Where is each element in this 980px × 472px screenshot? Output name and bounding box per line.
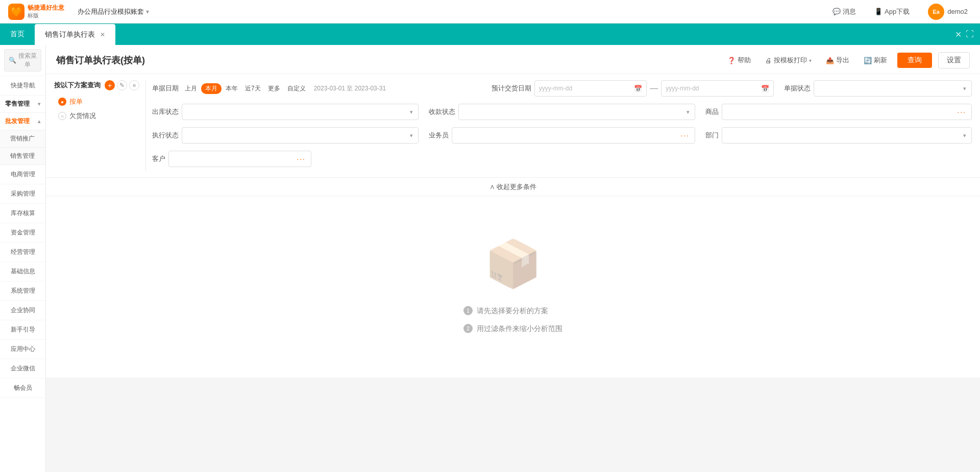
content-area: 销售订单执行表(按单) ❓ 帮助 🖨 按模板打印 ▾ 📤 导出	[46, 45, 980, 472]
filter-exec-item: 执行状态 ▾	[152, 127, 419, 144]
goods-dots-icon: ···	[957, 108, 966, 116]
retail-arrow-icon: ▾	[38, 101, 40, 107]
search-icon: 🔍	[9, 57, 16, 64]
logo-text: 畅捷通好生意 标版	[28, 4, 64, 19]
forecast-date-from-input[interactable]: yyyy-mm-dd 📅	[534, 80, 647, 97]
wholesale-arrow-icon: ▴	[38, 119, 40, 124]
close-window-icon[interactable]: ✕	[955, 30, 962, 39]
sidebar-item-tutorial[interactable]: 新手引导	[0, 320, 45, 340]
sidebar-item-finance[interactable]: 资金管理	[0, 223, 45, 243]
filter-goods-item: 商品 ···	[705, 104, 972, 120]
sidebar-item-search[interactable]: 🔍 搜索菜单	[0, 45, 45, 76]
scheme-header: 按以下方案查询 + ✎ «	[54, 80, 139, 90]
window-controls: ✕ ⛶	[955, 30, 980, 39]
message-button[interactable]: 💬 消息	[828, 5, 860, 18]
filter-status-item: 单据状态 ▾	[784, 80, 972, 97]
collapse-bar[interactable]: ∧ 收起更多条件	[46, 178, 980, 196]
filter-payment-item: 收款状态 ▾	[429, 104, 695, 120]
date-separator: —	[650, 84, 658, 93]
sidebar-item-wholesale[interactable]: 批发管理 ▴	[0, 113, 45, 130]
exec-dropdown-icon: ▾	[410, 132, 413, 139]
expand-window-icon[interactable]: ⛶	[966, 30, 974, 39]
filter-row-4: 客户 ···	[152, 151, 972, 167]
sidebar-item-sales[interactable]: 销售管理	[0, 148, 45, 165]
scheme-item-shortage[interactable]: ○ 欠货情况	[54, 109, 139, 123]
scheme-panel: 按以下方案查询 + ✎ « ● 按单 ○ 欠货情况	[54, 80, 146, 171]
scheme-add-button[interactable]: +	[105, 80, 115, 90]
goods-input[interactable]: ···	[722, 104, 972, 120]
filter-row-2: 出库状态 ▾ 收款状态 ▾ 商品	[152, 104, 972, 120]
empty-tip-1: 1 请先选择要分析的方案	[463, 303, 562, 319]
sidebar-item-basic-info[interactable]: 基础信息	[0, 262, 45, 281]
user-menu-button[interactable]: Ea demo2	[924, 2, 972, 22]
payment-status-dropdown[interactable]: ▾	[458, 104, 695, 120]
export-button[interactable]: 📤 导出	[822, 54, 853, 67]
sidebar-item-quick-nav[interactable]: 快捷导航	[0, 76, 45, 96]
refresh-button[interactable]: 🔄 刷新	[860, 54, 891, 67]
delivery-dropdown-icon: ▾	[410, 109, 413, 115]
forecast-date-to-input[interactable]: yyyy-mm-dd 📅	[661, 80, 773, 97]
sidebar-item-inventory[interactable]: 库存核算	[0, 204, 45, 223]
header-left: 🧡 畅捷通好生意 标版 办公用品行业模拟账套 ▾	[8, 4, 149, 20]
sidebar-item-operations[interactable]: 经营管理	[0, 243, 45, 262]
top-header: 🧡 畅捷通好生意 标版 办公用品行业模拟账套 ▾ 💬 消息 📱 App下载 Ea…	[0, 0, 980, 23]
print-icon: 🖨	[765, 57, 772, 64]
scheme-item-by-order[interactable]: ● 按单	[54, 95, 139, 109]
breadcrumb: 办公用品行业模拟账套 ▾	[78, 7, 149, 16]
date-tab-this-year[interactable]: 本年	[223, 83, 241, 94]
empty-state: 📦 1 请先选择要分析的方案 2 用过滤条件来缩小分析范围	[46, 196, 980, 377]
delivery-status-dropdown[interactable]: ▾	[182, 104, 419, 120]
filter-date-item: 单据日期 上月 本月 本年 近7天 更多 自定义 2023-03-01 至 20…	[152, 83, 481, 94]
scheme-collapse-button[interactable]: «	[129, 80, 139, 90]
date-range-display: 2023-03-01 至 2023-03-31	[314, 84, 386, 93]
tip-num-2: 2	[463, 324, 473, 333]
sidebar-item-members[interactable]: 畅会员	[0, 379, 45, 398]
date-tabs-group: 上月 本月 本年 近7天 更多 自定义	[182, 83, 309, 94]
tab-sales-order[interactable]: 销售订单执行表 ✕	[35, 24, 115, 45]
sidebar-item-collaboration[interactable]: 企业协同	[0, 301, 45, 320]
date-tab-more[interactable]: 更多	[265, 83, 283, 94]
app-download-button[interactable]: 📱 App下载	[870, 5, 914, 18]
sidebar-item-enterprise-wechat[interactable]: 企业微信	[0, 359, 45, 379]
filter-area: 按以下方案查询 + ✎ « ● 按单 ○ 欠货情况	[46, 74, 980, 178]
date-tab-custom[interactable]: 自定义	[284, 83, 309, 94]
filter-delivery-item: 出库状态 ▾	[152, 104, 419, 120]
exec-status-dropdown[interactable]: ▾	[182, 127, 419, 144]
date-tab-7days[interactable]: 近7天	[242, 83, 264, 94]
print-button[interactable]: 🖨 按模板打印 ▾	[761, 54, 816, 67]
filter-fields: 单据日期 上月 本月 本年 近7天 更多 自定义 2023-03-01 至 20…	[152, 80, 972, 171]
avatar: Ea	[928, 4, 944, 20]
tab-home[interactable]: 首页	[0, 23, 35, 45]
customer-input[interactable]: ···	[168, 151, 311, 167]
main-layout: 🔍 搜索菜单 快捷导航 零售管理 ▾ 批发管理 ▴ 营销推广 销售管理 电商管理	[0, 45, 980, 472]
customer-dots-icon: ···	[297, 155, 306, 163]
scheme-icons: + ✎ «	[105, 80, 139, 90]
scheme-dot-inactive: ○	[58, 112, 66, 120]
help-button[interactable]: ❓ 帮助	[723, 54, 755, 67]
logo-icon: 🧡	[8, 4, 24, 20]
sidebar-item-app-center[interactable]: 应用中心	[0, 340, 45, 359]
date-tab-last-month[interactable]: 上月	[182, 83, 200, 94]
date-tab-this-month[interactable]: 本月	[201, 83, 222, 94]
query-button[interactable]: 查询	[897, 53, 932, 68]
dept-dropdown[interactable]: ▾	[722, 127, 972, 144]
sidebar-item-system[interactable]: 系统管理	[0, 281, 45, 301]
empty-tips: 1 请先选择要分析的方案 2 用过滤条件来缩小分析范围	[463, 303, 562, 337]
sidebar-item-purchase[interactable]: 采购管理	[0, 184, 45, 204]
calendar-to-icon: 📅	[761, 85, 769, 92]
page-title: 销售订单执行表(按单)	[56, 54, 145, 66]
tab-close-icon[interactable]: ✕	[100, 31, 105, 38]
filter-row-3: 执行状态 ▾ 业务员 ··· 部门	[152, 127, 972, 144]
tip-num-1: 1	[463, 306, 473, 315]
status-dropdown-icon: ▾	[963, 85, 966, 92]
salesperson-input[interactable]: ···	[452, 127, 695, 144]
settings-button[interactable]: 设置	[938, 52, 970, 68]
page-actions: ❓ 帮助 🖨 按模板打印 ▾ 📤 导出 🔄 刷新	[723, 52, 970, 68]
status-dropdown[interactable]: ▾	[814, 80, 972, 97]
sidebar-item-retail[interactable]: 零售管理 ▾	[0, 96, 45, 113]
payment-dropdown-icon: ▾	[687, 109, 690, 115]
breadcrumb-arrow-icon[interactable]: ▾	[146, 8, 149, 15]
sidebar-item-marketing[interactable]: 营销推广	[0, 130, 45, 148]
sidebar-item-ecommerce[interactable]: 电商管理	[0, 165, 45, 184]
scheme-edit-button[interactable]: ✎	[117, 80, 127, 90]
